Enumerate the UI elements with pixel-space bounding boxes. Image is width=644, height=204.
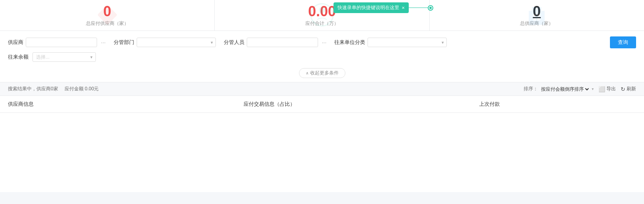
export-icon: ⬜ [598, 86, 605, 92]
filter-row-2: 往来余额 选择... ▾ [8, 52, 636, 62]
filter-supplier: 供应商 ··· [8, 38, 106, 47]
stat3-label: 总供应商（家） [520, 20, 553, 27]
dept-input[interactable] [137, 38, 208, 47]
collapse-label: 收起更多条件 [310, 70, 339, 76]
stat1-label: 总应付供应商（家） [86, 20, 129, 27]
collapse-bar: ∧ 收起更多条件 [8, 66, 636, 82]
sort-wrap: 排序： 按应付会额倒序排序 ▾ [524, 86, 594, 92]
tooltip-close-btn[interactable]: × [402, 5, 405, 11]
collapse-button[interactable]: ∧ 收起更多条件 [299, 68, 345, 78]
balance-select[interactable]: 选择... [32, 52, 96, 62]
results-right: 排序： 按应付会额倒序排序 ▾ ⬜ 导出 ↻ 刷新 [524, 86, 636, 92]
table-header: 供应商信息 应付交易信息（占比） 上次付款 [0, 96, 644, 113]
refresh-button[interactable]: ↻ 刷新 [621, 86, 636, 92]
person-label: 分管人员 [224, 39, 244, 46]
export-label: 导出 [606, 86, 616, 92]
dept-label: 分管部门 [114, 39, 134, 46]
dept-chevron-icon: ▾ [208, 40, 215, 45]
supplier-label: 供应商 [8, 39, 23, 46]
stats-bar: 供 0 总应付供应商（家） 快速录单的快捷键说明在这里 × 0.00 应付合计（… [0, 0, 644, 31]
sort-chevron-icon: ▾ [592, 87, 594, 91]
tooltip-line [409, 8, 429, 8]
refresh-label: 刷新 [627, 86, 636, 92]
stat-suppliers-payable: 供 0 总应付供应商（家） [0, 0, 215, 31]
results-text2: 应付金额 0.00元 [65, 86, 99, 92]
stat-payable-total: 快速录单的快捷键说明在这里 × 0.00 应付合计（万） [215, 0, 429, 31]
filter-unit: 往来单位分类 ▾ [334, 38, 447, 47]
unit-input-wrap[interactable]: ▾ [368, 38, 447, 47]
results-text1: 搜索结果中，供应商0家 [8, 86, 58, 92]
person-dots-btn[interactable]: ··· [322, 39, 327, 46]
filter-person: 分管人员 ··· [224, 38, 327, 47]
balance-label: 往来余额 [8, 53, 29, 61]
chevron-up-icon: ∧ [306, 71, 309, 75]
results-left: 搜索结果中，供应商0家 应付金额 0.00元 [8, 86, 99, 92]
tooltip-text: 快速录单的快捷键说明在这里 [337, 4, 399, 11]
unit-label: 往来单位分类 [334, 39, 365, 46]
supplier-dots-btn[interactable]: ··· [101, 39, 106, 46]
unit-input[interactable] [368, 38, 439, 47]
sort-label: 排序： [524, 86, 538, 92]
col-transaction-info: 应付交易信息（占比） [244, 101, 479, 108]
stat-total-suppliers: 0 总供应商（家） [430, 0, 644, 31]
stat1-number: 0 [103, 4, 111, 19]
tooltip-dot [429, 6, 433, 10]
tooltip-bubble: 快速录单的快捷键说明在这里 × [333, 2, 409, 13]
query-button[interactable]: 查询 [610, 36, 636, 48]
col-supplier-info: 供应商信息 [8, 101, 244, 108]
refresh-icon: ↻ [621, 86, 625, 92]
balance-select-wrap: 选择... ▾ [32, 52, 96, 62]
filter-row-1: 供应商 ··· 分管部门 ▾ 分管人员 ··· 往来单位分类 ▾ [8, 36, 636, 48]
export-button[interactable]: ⬜ 导出 [598, 86, 616, 92]
results-bar: 搜索结果中，供应商0家 应付金额 0.00元 排序： 按应付会额倒序排序 ▾ ⬜… [0, 82, 644, 96]
person-input[interactable] [247, 38, 318, 47]
filter-area: 供应商 ··· 分管部门 ▾ 分管人员 ··· 往来单位分类 ▾ [0, 31, 644, 82]
stat2-number: 0.00 [308, 4, 336, 19]
sort-select[interactable]: 按应付会额倒序排序 [539, 86, 590, 92]
stat3-number: 0 [533, 4, 541, 19]
dept-input-wrap[interactable]: ▾ [137, 38, 216, 47]
col-last-payment: 上次付款 [479, 101, 636, 108]
unit-chevron-icon: ▾ [439, 40, 446, 45]
filter-dept: 分管部门 ▾ [114, 38, 216, 47]
supplier-input[interactable] [26, 38, 97, 47]
stat2-label: 应付合计（万） [305, 20, 339, 27]
table-body [0, 113, 644, 192]
